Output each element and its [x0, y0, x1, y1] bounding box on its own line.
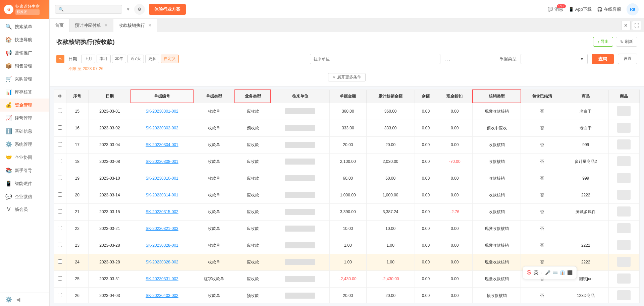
td-checkbox[interactable]	[54, 203, 66, 220]
td-sn[interactable]: SK-20230308-001	[131, 153, 193, 170]
refresh-btn[interactable]: ↻ 刷新	[616, 37, 637, 47]
td-checkbox[interactable]	[54, 153, 66, 170]
sidebar-item-corp[interactable]: 🤝企业协同	[0, 151, 49, 164]
td-no: 26	[66, 287, 88, 303]
td-checkbox[interactable]	[54, 103, 66, 120]
sidebar-item-sales[interactable]: 📦销售管理	[0, 59, 49, 72]
sidebar-item-system[interactable]: ⚙️系统管理	[0, 138, 49, 151]
td-goods: 老白干	[563, 103, 608, 120]
td-checkbox[interactable]	[54, 237, 66, 254]
date-this-month-btn[interactable]: 本月	[97, 55, 111, 63]
row-checkbox[interactable]	[58, 243, 62, 247]
date-7days-btn[interactable]: 近7天	[127, 55, 144, 63]
row-checkbox[interactable]	[58, 192, 62, 197]
sidebar-item-basic[interactable]: ℹ️基础信息	[0, 125, 49, 138]
th-settings[interactable]: ⚙	[54, 90, 66, 103]
sidebar-item-hardware[interactable]: 📱智能硬件	[0, 177, 49, 190]
row-checkbox[interactable]	[58, 176, 62, 180]
export-btn[interactable]: ↑ 导出	[593, 37, 613, 47]
date-more-btn[interactable]: 更多	[145, 55, 159, 63]
td-sn[interactable]: SK-20230321-003	[131, 220, 193, 237]
unit-filter-input[interactable]	[310, 54, 440, 64]
sidebar-item-member[interactable]: V畅会员	[0, 203, 49, 216]
inventory-icon: 📊	[5, 89, 12, 95]
td-checkbox[interactable]	[54, 254, 66, 270]
td-checkbox[interactable]	[54, 287, 66, 303]
row-checkbox[interactable]	[58, 293, 62, 297]
sidebar-item-quick-nav[interactable]: 🏠快捷导航	[0, 33, 49, 46]
sidebar-item-label: 资金管理	[15, 102, 32, 108]
sidebar-collapse-icon[interactable]: ◀	[16, 296, 20, 303]
tab-collection[interactable]: 收款核销执行 ✕	[113, 19, 157, 32]
message-btn[interactable]: 💬 消息 99+	[548, 6, 563, 12]
td-sn[interactable]: SK-20230403-002	[131, 287, 193, 303]
dropdown-arrow-icon[interactable]: ▼	[126, 7, 130, 12]
td-sn[interactable]: SK-20230315-002	[131, 203, 193, 220]
row-checkbox[interactable]	[58, 109, 62, 113]
td-sn[interactable]: SK-20230328-002	[131, 254, 193, 270]
row-checkbox[interactable]	[58, 125, 62, 130]
sidebar-item-marketing[interactable]: 📢营销推广	[0, 46, 49, 59]
tab-close-all-btn[interactable]: ✕	[621, 21, 631, 30]
td-sn[interactable]: SK-20230314-001	[131, 187, 193, 203]
data-table-container[interactable]: ⚙ 序号 日期 单据编号 单据类型 业务类型 往来单位 单据金额 累计核销金额 …	[54, 89, 640, 303]
row-checkbox[interactable]	[58, 209, 62, 213]
tab-prepay[interactable]: 预计冲应付单 ✕	[69, 19, 113, 32]
td-sn[interactable]: SK-20230328-001	[131, 237, 193, 254]
td-discount: -70.00	[437, 153, 473, 170]
sidebar-settings-icon[interactable]: ⚙️	[5, 296, 12, 303]
td-checkbox[interactable]	[54, 187, 66, 203]
tab-prepay-close[interactable]: ✕	[104, 23, 108, 28]
td-incl-settled: 否	[521, 254, 563, 270]
date-last-month-btn[interactable]: 上月	[81, 55, 95, 63]
tab-fullscreen-btn[interactable]: ⛶	[632, 21, 641, 30]
sidebar-item-wechat[interactable]: 💬企业微信	[0, 190, 49, 203]
tab-home[interactable]: 首页	[50, 19, 69, 32]
td-verif-type: 预收中应收	[473, 120, 521, 136]
row-checkbox[interactable]	[58, 159, 62, 163]
expand-more-btn[interactable]: ∨ 展开更多条件	[328, 73, 365, 81]
app-download-btn[interactable]: 📱 App下载	[569, 6, 592, 12]
td-checkbox[interactable]	[54, 136, 66, 153]
row-checkbox[interactable]	[58, 276, 62, 281]
td-sn[interactable]: SK-20230301-002	[131, 103, 193, 120]
row-checkbox[interactable]	[58, 226, 62, 230]
sidebar-item-search[interactable]: 🔍搜索菜单	[0, 20, 49, 33]
sidebar-item-business[interactable]: 📈经营管理	[0, 112, 49, 125]
td-biz-type: 应收款	[235, 153, 271, 170]
td-checkbox[interactable]	[54, 120, 66, 136]
tab-collection-close[interactable]: ✕	[148, 23, 152, 28]
td-checkbox[interactable]	[54, 220, 66, 237]
row-checkbox[interactable]	[58, 259, 62, 264]
row-checkbox[interactable]	[58, 142, 62, 146]
td-checkbox[interactable]	[54, 270, 66, 287]
td-amount: 1.00	[329, 254, 366, 270]
industry-solution-btn[interactable]: 体验行业方案	[149, 4, 186, 15]
td-sn[interactable]: SK-20230331-002	[131, 270, 193, 287]
settings-btn[interactable]: 设置	[618, 54, 637, 64]
user-avatar[interactable]: Rit	[627, 3, 639, 15]
type-filter-select[interactable]: ▼	[521, 54, 588, 64]
query-btn[interactable]: 查询	[592, 54, 614, 64]
td-sn[interactable]: SK-20230310-001	[131, 170, 193, 187]
td-type: 收款单	[193, 203, 235, 220]
sidebar-item-guide[interactable]: 📚新手引导	[0, 164, 49, 177]
td-incl-settled: 否	[521, 187, 563, 203]
search-input[interactable]	[66, 7, 118, 12]
date-this-year-btn[interactable]: 本年	[112, 55, 126, 63]
online-service-btn[interactable]: 🎧 在线客服	[597, 6, 621, 12]
sidebar-item-purchase[interactable]: 🛒采购管理	[0, 72, 49, 85]
td-sn[interactable]: SK-20230304-001	[131, 136, 193, 153]
date-custom-btn[interactable]: 自定义	[161, 55, 179, 63]
filter-expand-btn[interactable]: »	[56, 55, 64, 63]
td-no: 25	[66, 270, 88, 287]
td-amount: 20.00	[329, 136, 366, 153]
td-goods2	[608, 220, 639, 237]
td-checkbox[interactable]	[54, 170, 66, 187]
td-type: 收款单	[193, 170, 235, 187]
topbar-gear-btn[interactable]: ⚙	[134, 4, 145, 15]
td-sn[interactable]: SK-20230302-002	[131, 120, 193, 136]
sidebar-item-inventory[interactable]: 📊库存核算	[0, 85, 49, 99]
topbar-search-box[interactable]: 🔍	[55, 5, 122, 14]
sidebar-item-finance[interactable]: 💰资金管理	[0, 99, 49, 112]
